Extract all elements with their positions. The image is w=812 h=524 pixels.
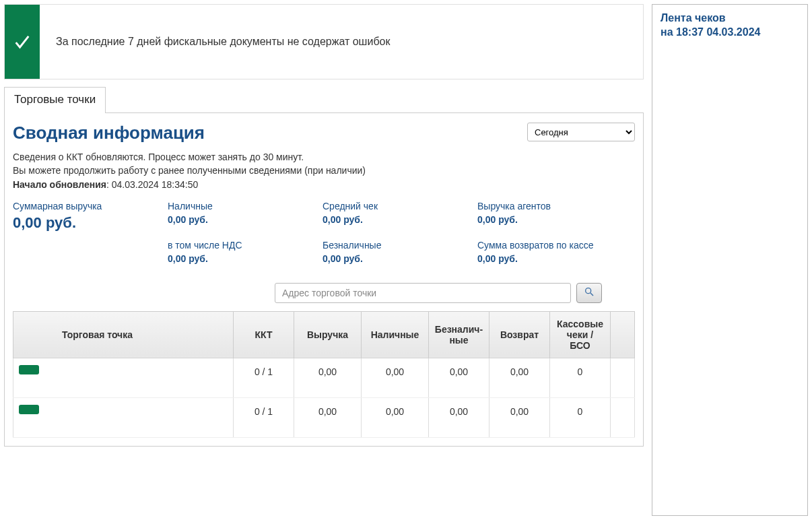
svg-line-1 [590,293,593,296]
magnifier-icon [584,286,595,299]
receipts-feed-panel: Лента чеков на 18:37 04.03.2024 [652,4,808,516]
page-title: Сводная информация [13,123,205,143]
th-cashless: Безналич­ные [429,311,489,358]
tab-stores[interactable]: Торговые точки [4,87,106,113]
check-icon [5,5,40,79]
th-checks: Кассовые чеки / БСО [550,311,611,358]
info-line-3-label: Начало обновления [13,179,106,190]
status-banner: За последние 7 дней фискальные документы… [4,4,644,79]
metric-returns: Сумма возвратов по кассе 0,00 руб. [477,240,605,264]
feed-timestamp: на 18:37 04.03.2024 [661,26,799,40]
search-button[interactable] [576,283,602,303]
th-revenue: Выручка [294,311,362,358]
table-row[interactable]: 0 / 1 0,00 0,00 0,00 0,00 0 [13,397,635,437]
stores-table: Торговая точка ККТ Выручка Наличные Безн… [13,311,635,438]
table-row[interactable]: 0 / 1 0,00 0,00 0,00 0,00 0 [13,358,635,397]
svg-point-0 [586,288,591,294]
info-line-3-value: : 04.03.2024 18:34:50 [106,179,198,190]
metric-agent-revenue: Выручка агентов 0,00 руб. [477,201,605,225]
th-point: Торговая точка [57,311,234,358]
th-kkt: ККТ [234,311,294,358]
metric-vat: в том числе НДС 0,00 руб. [168,240,296,264]
period-select[interactable]: Сегодня [527,123,635,141]
metric-avg-check: Средний чек 0,00 руб. [323,201,450,225]
metric-cash: Наличные 0,00 руб. [168,201,296,225]
status-message: За последние 7 дней фискальные документы… [40,36,390,48]
store-status-icon [19,365,39,374]
info-line-1: Сведения о ККТ обновляются. Процесс може… [13,150,635,164]
summary-panel: Сводная информация Сегодня Сведения о КК… [4,112,644,447]
metric-cashless: Безналичные 0,00 руб. [323,240,450,264]
feed-title: Лента чеков [661,11,799,26]
th-return: Возврат [489,311,550,358]
metric-total-revenue: Суммарная выручка 0,00 руб. [13,201,141,232]
store-status-icon [19,405,39,414]
search-input[interactable] [275,283,571,303]
th-cash: Наличные [362,311,429,358]
update-info: Сведения о ККТ обновляются. Процесс може… [13,150,635,191]
info-line-2: Вы можете продолжить работу с ранее полу… [13,164,635,177]
